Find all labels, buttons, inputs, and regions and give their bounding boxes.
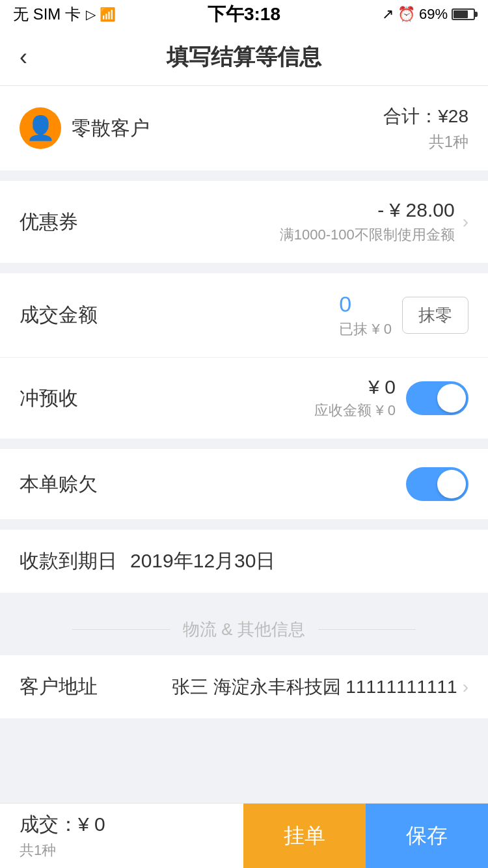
status-bar: 无 SIM 卡 ▷ 📶 下午3:18 ↗ ⏰ 69% <box>0 0 488 29</box>
debt-toggle[interactable] <box>406 467 468 501</box>
address-label: 客户地址 <box>20 673 98 700</box>
battery-percent: 69% <box>419 6 448 23</box>
back-button[interactable]: ‹ <box>20 37 34 77</box>
logistics-divider: 物流 & 其他信息 <box>0 603 488 655</box>
customer-section: 👤 零散客户 合计：¥28 共1种 <box>0 86 488 170</box>
save-button[interactable]: 保存 <box>366 804 488 868</box>
coupon-label: 优惠券 <box>20 209 78 236</box>
round-zero-button[interactable]: 抹零 <box>402 297 468 334</box>
bottom-deal-amount: ¥ 0 <box>78 813 105 835</box>
alarm-icon: ⏰ <box>398 6 415 23</box>
deal-amount-row: 成交金额 0 已抹 ¥ 0 抹零 <box>0 273 488 358</box>
bottom-deal-label: 成交：¥ 0 <box>20 811 224 838</box>
status-right: ↗ ⏰ 69% <box>382 6 475 23</box>
coupon-amount: - ¥ 28.00 <box>280 199 455 221</box>
prepayment-toggle[interactable] <box>406 381 468 415</box>
status-left: 无 SIM 卡 ▷ 📶 <box>13 4 116 25</box>
debt-toggle-knob <box>437 470 466 498</box>
pending-button-label: 挂单 <box>284 822 325 850</box>
customer-count: 共1种 <box>383 131 468 152</box>
address-chevron-icon: › <box>463 677 468 698</box>
chevron-right-icon: › <box>463 211 468 232</box>
logistics-label: 物流 & 其他信息 <box>72 618 416 641</box>
save-button-label: 保存 <box>406 822 448 850</box>
customer-info: 👤 零散客户 <box>20 107 150 149</box>
prepayment-amount: ¥ 0 <box>314 376 396 398</box>
network-label: 无 SIM 卡 <box>13 4 81 25</box>
customer-name: 零散客户 <box>72 115 150 142</box>
divider-line-right <box>318 629 416 630</box>
page-title: 填写结算等信息 <box>167 42 321 72</box>
bottom-summary: 成交：¥ 0 共1种 <box>0 804 243 868</box>
deal-amount-value: 0 <box>339 292 392 317</box>
coupon-info: - ¥ 28.00 满1000-100不限制使用金额 <box>280 199 455 245</box>
nav-bar: ‹ 填写结算等信息 <box>0 29 488 86</box>
wifi-icon: ▷ 📶 <box>86 7 116 22</box>
prepayment-label: 冲预收 <box>20 385 78 412</box>
deal-amount-values: 0 已抹 ¥ 0 <box>339 292 392 339</box>
avatar-icon: 👤 <box>26 115 55 142</box>
coupon-section[interactable]: 优惠券 - ¥ 28.00 满1000-100不限制使用金额 › <box>0 181 488 263</box>
due-date-label: 收款到期日 <box>20 548 117 575</box>
prepayment-right: ¥ 0 应收金额 ¥ 0 <box>314 376 468 420</box>
customer-avatar: 👤 <box>20 107 61 149</box>
prepayment-row: 冲预收 ¥ 0 应收金额 ¥ 0 <box>0 358 488 439</box>
due-date-row: 收款到期日 2019年12月30日 <box>20 548 468 575</box>
address-value: 张三 海淀永丰科技园 11111111111 <box>172 675 457 699</box>
coupon-description: 满1000-100不限制使用金额 <box>280 225 455 245</box>
pending-button[interactable]: 挂单 <box>243 804 366 868</box>
address-section[interactable]: 客户地址 张三 海淀永丰科技园 11111111111 › <box>0 655 488 718</box>
bottom-bar: 成交：¥ 0 共1种 挂单 保存 <box>0 803 488 868</box>
battery-icon <box>452 8 475 20</box>
coupon-right: - ¥ 28.00 满1000-100不限制使用金额 › <box>280 199 468 245</box>
location-icon: ↗ <box>382 6 394 23</box>
due-date-value: 2019年12月30日 <box>130 548 275 575</box>
due-date-section: 收款到期日 2019年12月30日 <box>0 530 488 593</box>
debt-section: 本单赊欠 <box>0 449 488 519</box>
logistics-text-label: 物流 & 其他信息 <box>183 618 305 641</box>
status-time: 下午3:18 <box>208 2 280 27</box>
divider-line-left <box>72 629 170 630</box>
deal-prepay-section: 成交金额 0 已抹 ¥ 0 抹零 冲预收 ¥ 0 应收金额 ¥ 0 <box>0 273 488 439</box>
deal-amount-label: 成交金额 <box>20 302 98 329</box>
toggle-knob <box>437 384 466 413</box>
prepayment-receivable: 应收金额 ¥ 0 <box>314 401 396 420</box>
deal-deducted: 已抹 ¥ 0 <box>339 319 392 339</box>
prepayment-values: ¥ 0 应收金额 ¥ 0 <box>314 376 396 420</box>
customer-summary: 合计：¥28 共1种 <box>383 104 468 152</box>
address-right: 张三 海淀永丰科技园 11111111111 › <box>172 675 468 699</box>
deal-amount-right: 0 已抹 ¥ 0 抹零 <box>339 292 468 339</box>
bottom-count: 共1种 <box>20 841 224 860</box>
customer-total: 合计：¥28 <box>383 104 468 129</box>
debt-label: 本单赊欠 <box>20 471 98 498</box>
bottom-deal-prefix: 成交： <box>20 813 78 835</box>
